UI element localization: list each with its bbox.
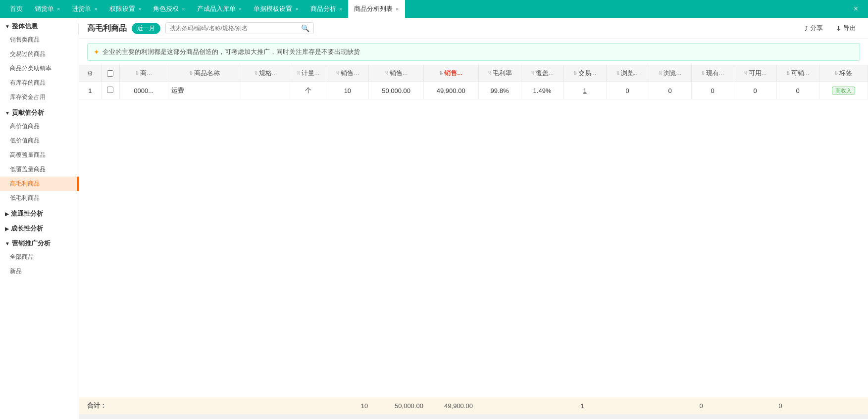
col-header-unit[interactable]: ⇅ 计量...	[290, 65, 326, 82]
nav-permission-settings[interactable]: 权限设置 ×	[103, 0, 147, 18]
settings-icon[interactable]: ⚙	[87, 70, 93, 77]
sidebar-item-inventory-goods[interactable]: 有库存的商品	[0, 76, 79, 90]
sort-icon-gross-rate: ⇅	[488, 71, 492, 76]
sidebar-collapse-button[interactable]: 《	[78, 23, 79, 35]
sidebar-item-low-margin[interactable]: 低毛利商品	[0, 191, 79, 205]
nav-close-role[interactable]: ×	[182, 6, 185, 12]
sort-icon-stock1: ⇅	[701, 71, 705, 76]
sort-icon-stock2: ⇅	[744, 71, 748, 76]
row-browse1: 0	[606, 82, 649, 99]
search-icon[interactable]: 🔍	[301, 24, 309, 32]
share-button[interactable]: ⤴ 分享	[801, 22, 827, 35]
sidebar-item-high-coverage[interactable]: 高覆盖量商品	[0, 148, 79, 162]
nav-purchase-order[interactable]: 进货单 ×	[66, 0, 103, 18]
nav-sales-order[interactable]: 销货单 ×	[29, 0, 66, 18]
col-header-sales-qty[interactable]: ⇅ 销售...	[326, 65, 369, 82]
sidebar-item-low-value[interactable]: 低价值商品	[0, 134, 79, 148]
scrollbar-inner	[79, 414, 868, 415]
section-arrow-contribution: ▼	[5, 110, 10, 116]
table-header-row: ⚙ ⇅ 商...	[79, 65, 868, 82]
search-input[interactable]	[170, 25, 301, 32]
sidebar-section-growth[interactable]: ▶ 成长性分析	[0, 220, 79, 235]
content-header: 高毛利商品 近一月 🔍 ⤴ 分享 ⬇ 导出	[79, 18, 868, 39]
nav-finished-goods[interactable]: 产成品入库单 ×	[191, 0, 248, 18]
sort-icon-tag: ⇅	[834, 71, 838, 76]
select-all-checkbox[interactable]	[107, 70, 113, 77]
col-header-name[interactable]: ⇅ 商品名称	[168, 65, 241, 82]
content-area: 高毛利商品 近一月 🔍 ⤴ 分享 ⬇ 导出 ✦ 企业的主要的利润都是这部分商品创…	[79, 18, 868, 419]
horizontal-scrollbar[interactable]	[79, 414, 868, 419]
sidebar-section-overall[interactable]: ▼ 整体信息	[0, 18, 79, 33]
nav-close-purchase[interactable]: ×	[94, 6, 97, 12]
footer-sales-profit: 49,900.00	[436, 402, 481, 410]
nav-close-permission[interactable]: ×	[138, 6, 141, 12]
sidebar-item-high-margin[interactable]: 高毛利商品	[0, 177, 79, 191]
sidebar-item-low-coverage[interactable]: 低覆盖量商品	[0, 162, 79, 177]
col-header-sales-amt[interactable]: ⇅ 销售...	[369, 65, 424, 82]
nav-close-analysis-list[interactable]: ×	[396, 6, 399, 12]
sort-icon-cover: ⇅	[531, 71, 535, 76]
col-header-code[interactable]: ⇅ 商...	[119, 65, 168, 82]
row-num: 1	[79, 82, 101, 99]
data-table: ⚙ ⇅ 商...	[79, 65, 868, 99]
nav-close-analysis[interactable]: ×	[339, 6, 342, 12]
col-header-browse1[interactable]: ⇅ 浏览...	[606, 65, 649, 82]
sidebar-item-new-goods[interactable]: 新品	[0, 264, 79, 279]
row-cover: 1.49%	[521, 82, 563, 99]
row-stock2: 0	[734, 82, 776, 99]
sidebar-item-category-rate[interactable]: 商品分类助销率	[0, 61, 79, 76]
row-sales-qty: 10	[326, 82, 369, 99]
export-button[interactable]: ⬇ 导出	[832, 22, 860, 35]
col-header-sales-profit[interactable]: ⇅ 销售...	[423, 65, 478, 82]
nav-close-finished[interactable]: ×	[239, 6, 242, 12]
sort-icon-browse1: ⇅	[616, 71, 620, 76]
nav-template-settings[interactable]: 单据模板设置 ×	[248, 0, 304, 18]
table-body: 1 0000... 运费 个 10 50,000.00 49,900.00 99…	[79, 82, 868, 99]
info-icon: ✦	[94, 48, 100, 56]
col-header-stock1[interactable]: ⇅ 现有...	[691, 65, 734, 82]
sidebar-item-traded-goods[interactable]: 交易过的商品	[0, 47, 79, 61]
nav-product-analysis-list[interactable]: 商品分析列表 ×	[348, 0, 405, 18]
footer-stock1: 0	[684, 402, 718, 410]
col-header-tag[interactable]: ⇅ 标签	[819, 65, 868, 82]
col-header-spec[interactable]: ⇅ 规格...	[241, 65, 290, 82]
sort-icon-browse2: ⇅	[659, 71, 663, 76]
section-arrow-marketing: ▼	[5, 241, 10, 246]
sidebar: 《 ▼ 整体信息 销售类商品 交易过的商品 商品分类助销率 有库存的商品 库存资…	[0, 18, 79, 419]
trade-link[interactable]: 1	[583, 87, 586, 94]
sidebar-item-inventory-capital[interactable]: 库存资金占用	[0, 90, 79, 104]
window-close-button[interactable]: ×	[848, 0, 864, 18]
main-layout: 《 ▼ 整体信息 销售类商品 交易过的商品 商品分类助销率 有库存的商品 库存资…	[0, 18, 868, 419]
col-header-saleable[interactable]: ⇅ 可销...	[776, 65, 819, 82]
nav-role-auth[interactable]: 角色授权 ×	[147, 0, 191, 18]
sort-icon-code: ⇅	[135, 71, 139, 76]
section-arrow-growth: ▶	[5, 226, 9, 232]
sidebar-section-marketing[interactable]: ▼ 营销推广分析	[0, 235, 79, 250]
col-header-gross-rate[interactable]: ⇅ 毛利率	[478, 65, 521, 82]
row-spec	[241, 82, 290, 99]
nav-home[interactable]: 首页	[4, 0, 29, 18]
col-header-stock2[interactable]: ⇅ 可用...	[734, 65, 776, 82]
col-header-check[interactable]	[101, 65, 119, 82]
row-check[interactable]	[101, 82, 119, 99]
filter-last-month-button[interactable]: 近一月	[132, 23, 160, 34]
sort-icon-sales-amt: ⇅	[385, 71, 389, 76]
nav-close-template[interactable]: ×	[295, 6, 298, 12]
sidebar-item-high-value[interactable]: 高价值商品	[0, 119, 79, 134]
footer-sales-qty: 10	[347, 402, 382, 410]
row-trade: 1	[563, 82, 606, 99]
sidebar-section-liquidity[interactable]: ▶ 流通性分析	[0, 205, 79, 220]
sort-icon-spec: ⇅	[254, 71, 258, 76]
sidebar-item-all-goods[interactable]: 全部商品	[0, 250, 79, 264]
nav-close-sales[interactable]: ×	[57, 6, 60, 12]
table-footer: 合计： 10 50,000.00 49,900.00 1 0 0	[79, 397, 868, 414]
row-checkbox[interactable]	[107, 87, 113, 93]
row-name: 运费	[168, 82, 241, 99]
col-header-trade[interactable]: ⇅ 交易...	[563, 65, 606, 82]
sidebar-item-sales-goods[interactable]: 销售类商品	[0, 33, 79, 47]
col-header-cover[interactable]: ⇅ 覆盖...	[521, 65, 563, 82]
nav-product-analysis[interactable]: 商品分析 ×	[305, 0, 348, 18]
sidebar-section-contribution[interactable]: ▼ 贡献值分析	[0, 104, 79, 119]
sort-icon-sales-profit: ⇅	[439, 71, 443, 76]
col-header-browse2[interactable]: ⇅ 浏览...	[649, 65, 691, 82]
